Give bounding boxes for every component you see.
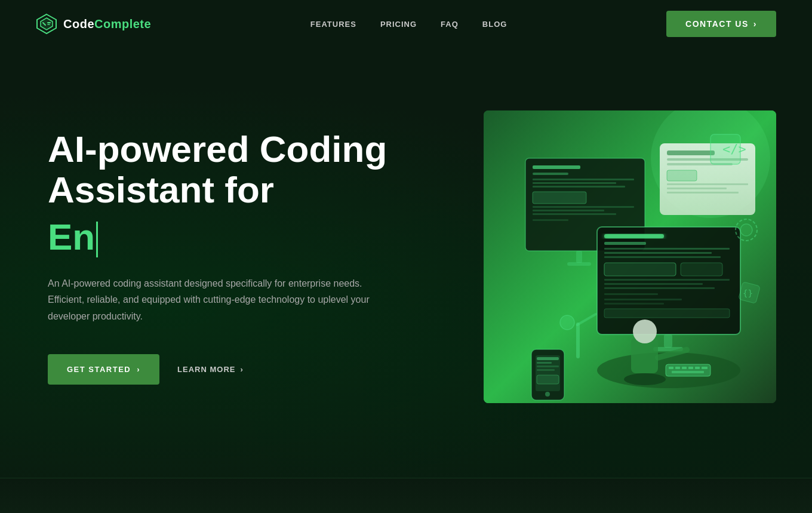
svg-text:</>: </>: [722, 142, 746, 156]
svg-rect-24: [667, 170, 697, 181]
svg-rect-12: [533, 186, 625, 188]
nav-link-features[interactable]: FEATURES: [310, 20, 356, 29]
svg-rect-36: [604, 263, 676, 276]
svg-rect-53: [669, 367, 673, 369]
svg-rect-19: [567, 262, 591, 266]
svg-rect-8: [533, 165, 580, 169]
hero-illustration-svg: </>: [484, 110, 776, 403]
svg-rect-11: [533, 182, 616, 184]
typing-cursor: [96, 222, 98, 257]
logo[interactable]: CodeComplete: [36, 13, 151, 35]
hero-description: An AI-powered coding assistant designed …: [48, 275, 394, 324]
hero-typed-text: En: [48, 217, 448, 258]
contact-us-button[interactable]: CONTACT US ›: [666, 11, 776, 37]
svg-marker-1: [41, 18, 53, 30]
nav-link-pricing[interactable]: PRICING: [380, 20, 417, 29]
hero-cta-group: GET STARTED › LEARN MORE ›: [48, 354, 448, 385]
get-started-chevron-icon: ›: [137, 365, 140, 374]
nav-item-blog[interactable]: BLOG: [482, 19, 508, 29]
svg-rect-66: [537, 362, 552, 364]
svg-rect-10: [533, 179, 634, 180]
svg-rect-59: [672, 371, 704, 373]
svg-rect-15: [533, 210, 604, 211]
svg-rect-39: [604, 283, 703, 285]
svg-rect-21: [667, 150, 715, 155]
svg-rect-58: [702, 367, 708, 369]
svg-rect-54: [675, 367, 680, 369]
svg-text:{}: {}: [743, 288, 753, 298]
svg-rect-35: [604, 256, 721, 258]
nav-link-blog[interactable]: BLOG: [482, 20, 508, 29]
contact-chevron-icon: ›: [753, 19, 757, 29]
nav-item-features[interactable]: FEATURES: [310, 19, 356, 29]
svg-rect-16: [533, 213, 616, 215]
hero-illustration: </>: [484, 110, 776, 403]
svg-rect-64: [536, 355, 560, 391]
svg-point-48: [624, 373, 666, 385]
nav-links: FEATURES PRICING FAQ BLOG: [310, 19, 508, 29]
svg-rect-69: [537, 375, 559, 384]
svg-point-50: [633, 320, 657, 343]
logo-complete-text: Complete: [94, 17, 151, 30]
svg-rect-32: [604, 242, 646, 245]
svg-rect-25: [667, 183, 748, 185]
svg-rect-40: [604, 287, 715, 289]
bottom-section: [0, 478, 812, 513]
svg-rect-68: [537, 369, 555, 371]
navbar: CodeComplete FEATURES PRICING FAQ BLOG C…: [0, 0, 812, 48]
hero-title: AI-powered Coding Assistant for En: [48, 129, 448, 257]
svg-point-62: [560, 315, 574, 330]
svg-rect-57: [695, 367, 700, 369]
svg-point-72: [740, 224, 752, 236]
hero-content: AI-powered Coding Assistant for En An AI…: [48, 129, 448, 385]
svg-rect-45: [664, 334, 672, 348]
svg-rect-65: [537, 357, 559, 360]
svg-rect-27: [667, 192, 739, 193]
svg-rect-26: [667, 188, 727, 189]
svg-rect-60: [576, 322, 580, 358]
hero-title-line1: AI-powered Coding: [48, 129, 448, 170]
svg-rect-17: [533, 219, 568, 221]
svg-rect-52: [666, 364, 710, 376]
svg-point-70: [545, 392, 550, 397]
svg-rect-9: [533, 173, 568, 175]
svg-rect-14: [533, 206, 634, 208]
get-started-button[interactable]: GET STARTED ›: [48, 354, 159, 385]
svg-rect-38: [604, 279, 730, 281]
svg-rect-41: [604, 293, 658, 295]
svg-rect-34: [604, 252, 712, 254]
svg-rect-67: [537, 365, 559, 367]
svg-rect-18: [576, 251, 582, 263]
logo-icon: [36, 13, 57, 35]
svg-rect-56: [688, 367, 693, 369]
svg-rect-13: [533, 192, 586, 204]
hero-section: AI-powered Coding Assistant for En An AI…: [0, 48, 812, 478]
learn-more-chevron-icon: ›: [241, 365, 244, 374]
nav-item-pricing[interactable]: PRICING: [380, 19, 417, 29]
learn-more-button[interactable]: LEARN MORE ›: [177, 365, 244, 374]
svg-rect-31: [604, 234, 664, 238]
nav-link-faq[interactable]: FAQ: [441, 20, 459, 29]
svg-rect-42: [604, 299, 682, 300]
svg-rect-44: [604, 309, 730, 318]
svg-rect-33: [604, 248, 730, 250]
svg-rect-37: [681, 263, 722, 276]
svg-rect-43: [604, 303, 664, 305]
svg-rect-55: [682, 367, 687, 369]
nav-item-faq[interactable]: FAQ: [441, 19, 459, 29]
hero-title-line2: Assistant for: [48, 170, 448, 210]
logo-code-text: Code: [63, 17, 94, 30]
